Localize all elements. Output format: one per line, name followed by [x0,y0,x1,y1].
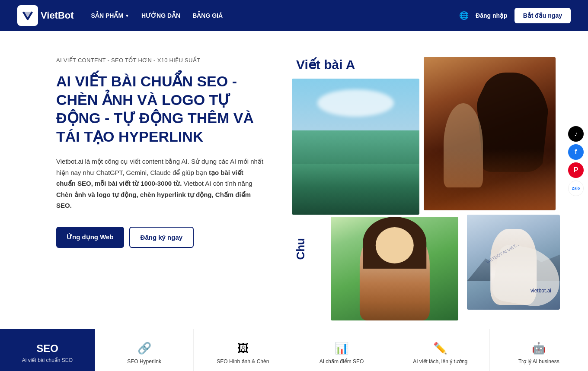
nav-bang-gia[interactable]: BẢNG GIÁ [192,12,223,19]
viet-lach-label: AI viết lách, lên ý tưởng [413,358,467,365]
img-box-landscape [292,79,419,215]
feature-viet-lach[interactable]: ✏️ AI viết lách, lên ý tưởng [391,329,490,371]
chevron-down-icon: ▼ [125,13,129,18]
hero-collage: Viết bài A [288,48,564,299]
feature-tro-ly[interactable]: 🤖 Trợ lý AI business [490,329,588,371]
zalo-icon: Zalo [572,186,580,190]
pinterest-icon: P [574,166,578,174]
feature-hyperlink[interactable]: 🔗 SEO Hyperlink [95,329,194,371]
social-tiktok[interactable]: ♪ [568,126,584,142]
nav-san-pham[interactable]: SẢN PHẨM ▼ [91,12,129,19]
features-bar: SEO Ai viết bài chuẩn SEO 🔗 SEO Hyperlin… [0,329,588,371]
web-app-button[interactable]: Ứng dụng Web [56,227,124,248]
hero-desc-bold2: Chèn ảnh và logo tự động, chèn hyperlink… [56,191,251,209]
vietbot-credit: vietbot.ai [530,288,551,294]
hero-desc-plain2: Vietbot AI còn tính năng [182,180,252,187]
seo-subtitle: Ai viết bài chuẩn SEO [22,357,73,363]
feature-seo-block: SEO Ai viết bài chuẩn SEO [0,329,95,371]
cham-diem-icon: 📊 [335,342,348,355]
globe-button[interactable]: 🌐 [459,11,469,20]
feature-hinh-anh[interactable]: 🖼 SEO Hình ảnh & Chèn [194,329,292,371]
hinh-anh-label: SEO Hình ảnh & Chèn [217,358,269,365]
feature-cham-diem[interactable]: 📊 AI chấm điểm SEO [292,329,391,371]
img-box-portrait1 [424,57,556,210]
features-list: 🔗 SEO Hyperlink 🖼 SEO Hình ảnh & Chèn 📊 … [95,329,588,371]
img-box-woman-white [467,215,560,310]
globe-icon: 🌐 [459,11,469,20]
hero-description: Vietbot.ai là một công cụ viết content b… [56,156,264,211]
social-sidebar: ♪ f P Zalo [568,126,584,196]
tro-ly-icon: 🤖 [532,342,546,355]
seo-title: SEO [36,342,58,355]
img-box-anime-girl [331,217,458,320]
hinh-anh-icon: 🖼 [237,342,249,355]
cham-diem-label: AI chấm điểm SEO [320,358,364,365]
hero-section: AI VIẾT CONTENT - SEO TỐT HƠN - X10 HIỆU… [0,31,588,325]
navbar-nav: SẢN PHẨM ▼ HƯỚNG DẪN BẢNG GIÁ [91,12,446,19]
nav-huong-dan[interactable]: HƯỚNG DẪN [141,12,180,19]
navbar-right: 🌐 Đăng nhập Bắt đầu ngay [459,8,571,23]
tiktok-icon: ♪ [574,130,578,138]
hyperlink-icon: 🔗 [137,342,151,355]
hero-content: AI VIẾT CONTENT - SEO TỐT HƠN - X10 HIỆU… [56,48,264,248]
facebook-icon: f [575,148,577,156]
login-button[interactable]: Đăng nhập [476,12,508,19]
hero-title: AI VIẾT BÀI CHUẨN SEO - CHÈN ẢNH VÀ LOGO… [56,72,264,146]
start-button[interactable]: Bắt đầu ngay [514,8,571,23]
tro-ly-label: Trợ lý AI business [518,358,559,365]
social-facebook[interactable]: f [568,144,584,160]
logo-icon [17,5,38,26]
logo-text: VietBot [41,10,74,21]
signup-button[interactable]: Đăng ký ngay [129,227,194,248]
navbar: VietBot SẢN PHẨM ▼ HƯỚNG DẪN BẢNG GIÁ 🌐 … [0,0,588,31]
social-pinterest[interactable]: P [568,162,584,178]
logo-link[interactable]: VietBot [17,5,74,26]
chu-label: Chu [294,238,307,260]
social-zalo[interactable]: Zalo [568,181,584,196]
hero-subtitle: AI VIẾT CONTENT - SEO TỐT HƠN - X10 HIỆU… [56,57,264,63]
hyperlink-label: SEO Hyperlink [127,358,161,365]
hero-buttons: Ứng dụng Web Đăng ký ngay [56,227,264,248]
viet-lach-icon: ✏️ [433,342,447,355]
hero-image-area: Viết bài A [281,48,571,299]
viết-bài-label: Viết bài A [296,57,355,72]
